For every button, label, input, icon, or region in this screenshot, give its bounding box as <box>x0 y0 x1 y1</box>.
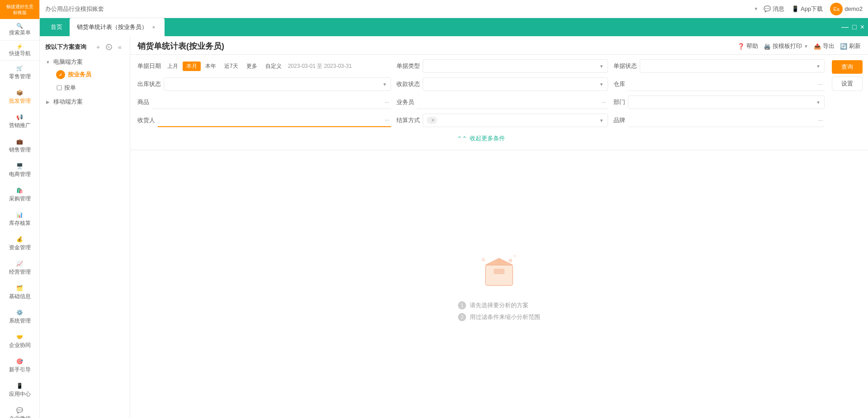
sidebar-item-system[interactable]: ⚙️ 系统管理 <box>0 305 39 329</box>
export-label: 导出 <box>823 42 835 50</box>
tree-pc-group[interactable]: ▼ 电脑端方案 <box>40 56 130 68</box>
brand-more-icon: ··· <box>818 117 823 124</box>
sidebar-item-corp[interactable]: 🤝 企业协同 <box>0 329 39 354</box>
doc-type-label: 单据类型 <box>396 62 420 70</box>
sidebar-item-marketing[interactable]: 📢 营销推广 <box>0 109 39 134</box>
date-btn-last-7-days[interactable]: 近7天 <box>221 62 242 71</box>
mobile-group-label: 移动端方案 <box>53 98 83 106</box>
refresh-button[interactable]: 🔄 刷新 <box>840 42 861 50</box>
date-btn-this-month[interactable]: 本月 <box>183 62 201 71</box>
sidebar-item-apps[interactable]: 📱 应用中心 <box>0 378 39 403</box>
sidebar-search[interactable]: 🔍 搜索菜单 <box>0 19 39 41</box>
payment-method-label: 结算方式 <box>396 116 420 124</box>
expand-icon[interactable]: ▼ <box>754 6 758 11</box>
tab-active-label: 销货单统计表（按业务员） <box>77 23 147 31</box>
salesperson-input[interactable]: ··· <box>417 95 608 109</box>
receiver-input[interactable]: ··· <box>158 114 391 127</box>
user-avatar: Ea <box>830 3 843 15</box>
doc-status-select[interactable]: ▼ <box>640 59 825 73</box>
hint-text-2: 用过滤条件来缩小分析范围 <box>470 313 540 321</box>
date-range-display: 2023-03-01 至 2023-03-31 <box>288 62 352 70</box>
sidebar-item-basic[interactable]: 🗂️ 基础信息 <box>0 280 39 305</box>
sidebar-item-wholesale[interactable]: 📦 批发管理 <box>0 85 39 109</box>
tree-mobile-group[interactable]: ▶ 移动端方案 <box>40 96 130 108</box>
payment-method-select[interactable]: × ▼ <box>423 114 608 127</box>
goods-more-icon: ··· <box>385 99 389 105</box>
help-icon: ❓ <box>737 43 745 50</box>
app-subtitle: 标账版 <box>4 10 36 15</box>
doc-type-select[interactable]: ▼ <box>423 59 608 73</box>
query-button[interactable]: 查询 <box>832 60 863 74</box>
topbar-actions: 💬 消息 📱 App下载 Ea demo2 <box>764 3 863 15</box>
date-btn-more[interactable]: 更多 <box>243 62 261 71</box>
user-action[interactable]: Ea demo2 <box>830 3 863 15</box>
brand-input[interactable]: ··· <box>628 114 825 127</box>
sidebar-shortcut[interactable]: ⚡ 快捷导航 <box>0 41 39 61</box>
export-icon: 📤 <box>814 43 821 50</box>
set-button[interactable]: 设置 <box>832 76 863 91</box>
export-button[interactable]: 📤 导出 <box>814 42 835 50</box>
tab-close-icon[interactable]: × <box>150 24 157 31</box>
dept-select[interactable]: ▼ <box>628 95 825 109</box>
window-maximize-icon[interactable]: □ <box>852 23 857 31</box>
svg-text:✎: ✎ <box>107 45 111 50</box>
receiver-label: 收货人 <box>137 116 155 124</box>
edit-scheme-button[interactable]: ✎ <box>104 43 113 52</box>
window-close-icon[interactable]: × <box>860 23 864 31</box>
sidebar-item-ecommerce[interactable]: 🖥️ 电商管理 <box>0 158 39 183</box>
print-dropdown-icon[interactable]: ▼ <box>804 44 808 49</box>
tab-salesperson-stats[interactable]: 销货单统计表（按业务员） × <box>70 18 165 36</box>
collection-status-select[interactable]: ▼ <box>423 77 608 91</box>
sidebar-item-inventory[interactable]: 📊 库存核算 <box>0 207 39 232</box>
payment-tag-close[interactable]: × <box>431 117 434 124</box>
date-label: 单据日期 <box>137 62 161 70</box>
sidebar-apps-label: 应用中心 <box>2 390 38 398</box>
sidebar-item-purchase[interactable]: 🛍️ 采购管理 <box>0 183 39 207</box>
collapse-up-icon: ⌃⌃ <box>457 135 467 142</box>
sidebar-item-retail[interactable]: 🛒 零售管理 <box>0 61 39 85</box>
empty-hint-1: 1 请先选择要分析的方案 <box>458 301 540 309</box>
window-minimize-icon[interactable]: — <box>841 23 849 31</box>
tree-item-salesperson[interactable]: ✓ 按业务员 <box>51 68 130 81</box>
collapse-filters-button[interactable]: ⌃⌃ 收起更多条件 <box>137 132 825 145</box>
help-button[interactable]: ❓ 帮助 <box>737 42 758 50</box>
goods-input[interactable]: ··· <box>152 95 391 109</box>
sidebar-wholesale-label: 批发管理 <box>2 97 38 105</box>
message-action[interactable]: 💬 消息 <box>764 5 784 13</box>
tab-home[interactable]: 首页 <box>43 18 70 36</box>
add-scheme-button[interactable]: + <box>94 43 103 52</box>
sidebar-item-sales[interactable]: 💼 销售管理 <box>0 134 39 158</box>
collapse-panel-button[interactable]: « <box>115 43 124 52</box>
sidebar-item-operations[interactable]: 📈 经营管理 <box>0 256 39 280</box>
date-btn-custom[interactable]: 自定义 <box>262 62 285 71</box>
tree-item-order[interactable]: 按单 <box>51 81 130 94</box>
sidebar-shortcut-label: 快捷导航 <box>2 50 38 57</box>
payment-tag: × <box>427 117 437 124</box>
date-btn-last-month[interactable]: 上月 <box>164 62 182 71</box>
out-status-select[interactable]: ▼ <box>164 77 391 91</box>
dept-arrow: ▼ <box>816 100 821 105</box>
sidebar-item-finance[interactable]: 💰 资金管理 <box>0 232 39 256</box>
sidebar-system-label: 系统管理 <box>2 317 38 325</box>
empty-hints: 1 请先选择要分析的方案 2 用过滤条件来缩小分析范围 <box>458 301 540 321</box>
app-name: 畅捷通好生意 <box>4 4 36 10</box>
print-button[interactable]: 🖨️ 按模板打印 ▼ <box>764 42 808 50</box>
sidebar-item-wechat[interactable]: 💬 企业微信 <box>0 403 39 418</box>
sidebar-finance-label: 资金管理 <box>2 244 38 252</box>
filter-area: 单据日期 上月 本月 本年 近7天 更多 自定义 2023-03-01 至 20… <box>130 55 832 150</box>
hint-num-2: 2 <box>458 313 466 321</box>
date-btn-this-year[interactable]: 本年 <box>202 62 220 71</box>
empty-icon <box>476 247 522 292</box>
left-panel-actions: + ✎ « <box>94 43 124 52</box>
warehouse-input[interactable]: ··· <box>628 77 825 91</box>
receiver-more-icon: ··· <box>385 117 389 123</box>
refresh-icon: 🔄 <box>840 43 847 50</box>
out-status-arrow: ▼ <box>382 82 387 87</box>
app-download-action[interactable]: 📱 App下载 <box>792 5 823 13</box>
refresh-label: 刷新 <box>849 42 861 50</box>
sidebar-inventory-label: 库存核算 <box>2 219 38 227</box>
active-item-label: 按业务员 <box>68 71 91 79</box>
sidebar-item-newbie[interactable]: 🎯 新手引导 <box>0 354 39 378</box>
print-icon: 🖨️ <box>764 43 771 50</box>
sidebar-ecommerce-label: 电商管理 <box>2 171 38 178</box>
